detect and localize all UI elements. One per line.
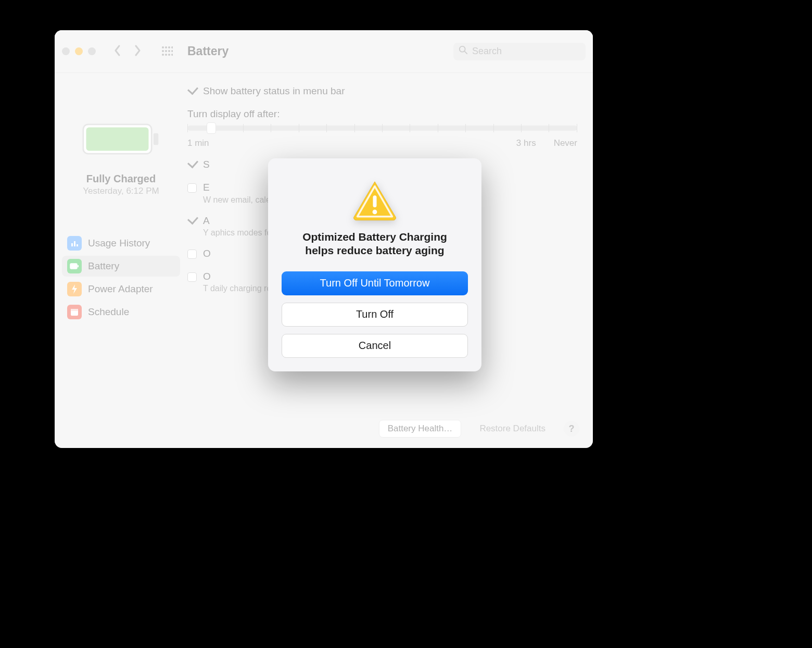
svg-rect-26 [373,195,376,207]
turn-off-button[interactable]: Turn Off [282,303,468,327]
confirm-dialog: Optimized Battery Charging helps reduce … [268,158,481,371]
svg-point-27 [373,209,377,214]
warning-icon [352,179,398,221]
cancel-button[interactable]: Cancel [282,334,468,358]
dialog-title: Optimized Battery Charging helps reduce … [302,230,447,258]
turn-off-until-tomorrow-button[interactable]: Turn Off Until Tomorrow [282,271,468,295]
preferences-window: Battery Fully Charged Yesterday, 6:12 PM [55,30,593,448]
